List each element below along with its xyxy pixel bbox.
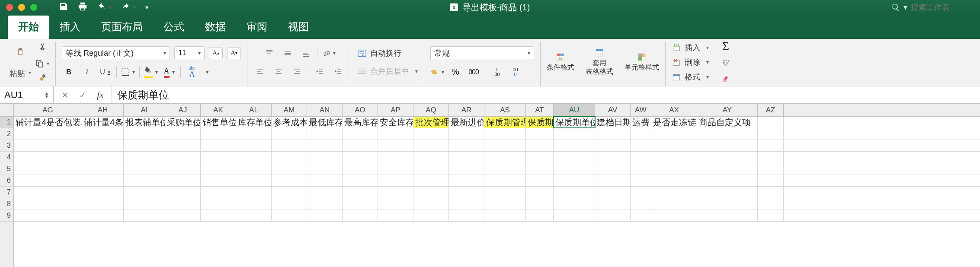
autosum-button[interactable]: Σ bbox=[722, 39, 729, 53]
cell-AN9[interactable] bbox=[307, 210, 343, 221]
cell-AL3[interactable] bbox=[236, 140, 272, 151]
cell-AG6[interactable] bbox=[14, 175, 82, 186]
column-header-AI[interactable]: AI bbox=[124, 104, 165, 116]
maximize-window-button[interactable] bbox=[30, 4, 37, 11]
cell-AG9[interactable] bbox=[14, 210, 82, 221]
cell-AU8[interactable] bbox=[554, 198, 595, 210]
increase-font-button[interactable]: A▴ bbox=[209, 47, 223, 59]
cell-AR4[interactable] bbox=[449, 152, 484, 163]
tab-data[interactable]: 数据 bbox=[195, 16, 236, 39]
phonetic-button[interactable]: abcA bbox=[185, 66, 199, 78]
cell-styles-button[interactable]: 单元格样式 bbox=[625, 53, 659, 71]
cell-AO8[interactable] bbox=[343, 198, 378, 210]
cell-AR3[interactable] bbox=[449, 140, 484, 151]
accept-formula-icon[interactable]: ✓ bbox=[79, 90, 86, 100]
cell-AY2[interactable] bbox=[697, 128, 758, 140]
cell-AM9[interactable] bbox=[272, 210, 307, 221]
cell-AI1[interactable]: 报表辅单位 bbox=[124, 117, 165, 128]
align-left-button[interactable] bbox=[253, 65, 267, 77]
column-header-AQ[interactable]: AQ bbox=[413, 104, 449, 116]
cell-AX1[interactable]: 是否走冻链 bbox=[651, 117, 697, 128]
cell-AI8[interactable] bbox=[124, 198, 165, 210]
column-header-AH[interactable]: AH bbox=[82, 104, 124, 116]
percent-button[interactable]: % bbox=[448, 66, 462, 78]
cell-AR2[interactable] bbox=[449, 128, 484, 140]
cell-AW3[interactable] bbox=[631, 140, 651, 151]
orientation-button[interactable]: ab▾ bbox=[322, 47, 336, 59]
decrease-font-button[interactable]: A▾ bbox=[227, 47, 241, 59]
tab-review[interactable]: 审阅 bbox=[236, 16, 278, 39]
cell-AW5[interactable] bbox=[631, 163, 651, 175]
cell-AZ7[interactable] bbox=[758, 187, 784, 198]
cell-AV6[interactable] bbox=[595, 175, 631, 186]
row-header-6[interactable]: 6 bbox=[0, 175, 13, 187]
cell-AT2[interactable] bbox=[526, 128, 554, 140]
column-header-AT[interactable]: AT bbox=[526, 104, 554, 116]
cell-AK5[interactable] bbox=[201, 163, 236, 175]
cell-AW4[interactable] bbox=[631, 152, 651, 163]
cell-AS5[interactable] bbox=[484, 163, 526, 175]
column-header-AU[interactable]: AU bbox=[554, 104, 595, 116]
merge-center-button[interactable]: 合并后居中▾ bbox=[357, 66, 418, 76]
search-input[interactable] bbox=[911, 3, 971, 12]
cell-AH1[interactable]: 辅计量4条码 bbox=[82, 117, 124, 128]
cell-AS4[interactable] bbox=[484, 152, 526, 163]
cell-AK2[interactable] bbox=[201, 128, 236, 140]
close-window-button[interactable] bbox=[6, 4, 13, 11]
cell-AM7[interactable] bbox=[272, 187, 307, 198]
cell-AM6[interactable] bbox=[272, 175, 307, 186]
column-header-AK[interactable]: AK bbox=[201, 104, 236, 116]
cell-AT9[interactable] bbox=[526, 210, 554, 221]
cell-AZ4[interactable] bbox=[758, 152, 784, 163]
cell-AS1[interactable]: 保质期管理 bbox=[484, 117, 526, 128]
cell-AY6[interactable] bbox=[697, 175, 758, 186]
cell-AP4[interactable] bbox=[378, 152, 413, 163]
column-header-AL[interactable]: AL bbox=[236, 104, 272, 116]
cell-AQ4[interactable] bbox=[413, 152, 449, 163]
cell-AU5[interactable] bbox=[554, 163, 595, 175]
cell-AQ2[interactable] bbox=[413, 128, 449, 140]
cell-AJ5[interactable] bbox=[165, 163, 201, 175]
cell-AT4[interactable] bbox=[526, 152, 554, 163]
cell-AH8[interactable] bbox=[82, 198, 124, 210]
cell-AH4[interactable] bbox=[82, 152, 124, 163]
cell-AW8[interactable] bbox=[631, 198, 651, 210]
cell-AZ8[interactable] bbox=[758, 198, 784, 210]
cell-AJ3[interactable] bbox=[165, 140, 201, 151]
cell-AZ9[interactable] bbox=[758, 210, 784, 221]
cell-AI5[interactable] bbox=[124, 163, 165, 175]
cell-AZ6[interactable] bbox=[758, 175, 784, 186]
format-painter-button[interactable] bbox=[38, 74, 47, 85]
cell-AP3[interactable] bbox=[378, 140, 413, 151]
cell-AX5[interactable] bbox=[651, 163, 697, 175]
cell-AT7[interactable] bbox=[526, 187, 554, 198]
font-size-select[interactable]: 11▾ bbox=[174, 46, 205, 60]
cell-AR6[interactable] bbox=[449, 175, 484, 186]
conditional-format-button[interactable]: 条件格式 bbox=[547, 53, 574, 71]
cell-AY8[interactable] bbox=[697, 198, 758, 210]
select-all-corner[interactable] bbox=[0, 104, 13, 117]
cell-AP1[interactable]: 安全库存 bbox=[378, 117, 413, 128]
column-header-AV[interactable]: AV bbox=[595, 104, 631, 116]
row-header-4[interactable]: 4 bbox=[0, 152, 13, 163]
cell-AY9[interactable] bbox=[697, 210, 758, 221]
cell-AO7[interactable] bbox=[343, 187, 378, 198]
cell-AN2[interactable] bbox=[307, 128, 343, 140]
column-header-AZ[interactable]: AZ bbox=[758, 104, 784, 116]
cell-AJ9[interactable] bbox=[165, 210, 201, 221]
name-box-stepper[interactable]: ▲▼ bbox=[45, 92, 49, 99]
cell-AW9[interactable] bbox=[631, 210, 651, 221]
tab-view[interactable]: 视图 bbox=[278, 16, 319, 39]
cell-AK6[interactable] bbox=[201, 175, 236, 186]
column-header-AR[interactable]: AR bbox=[449, 104, 484, 116]
cell-AV1[interactable]: 建档日期 bbox=[595, 117, 631, 128]
clear-button[interactable] bbox=[721, 74, 730, 85]
cell-AU3[interactable] bbox=[554, 140, 595, 151]
cell-AL5[interactable] bbox=[236, 163, 272, 175]
cell-AG7[interactable] bbox=[14, 187, 82, 198]
cell-AH6[interactable] bbox=[82, 175, 124, 186]
cell-AV3[interactable] bbox=[595, 140, 631, 151]
name-box[interactable]: AU1 ▲▼ bbox=[0, 86, 54, 103]
cancel-formula-icon[interactable]: ✕ bbox=[61, 90, 69, 100]
column-header-AM[interactable]: AM bbox=[272, 104, 307, 116]
